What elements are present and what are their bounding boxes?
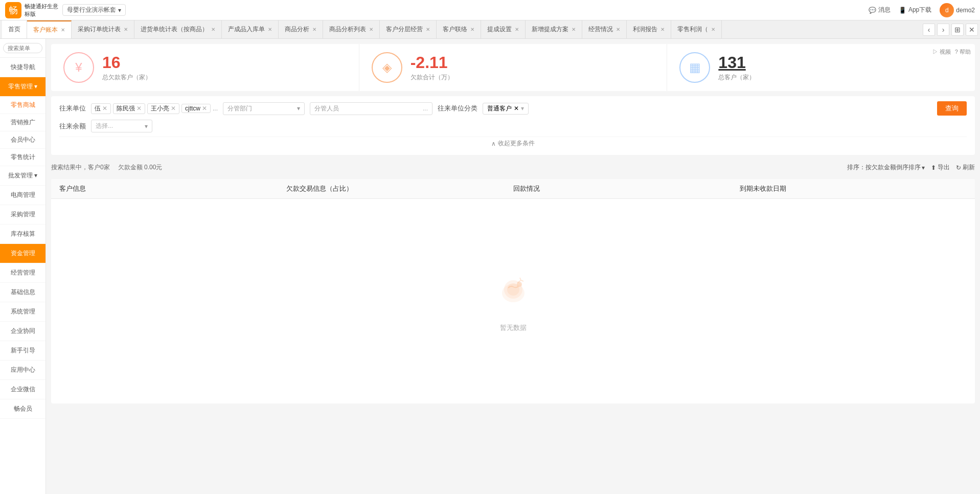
message-btn[interactable]: 💬 消息: [869, 6, 891, 14]
chevron-down-icon: ▾: [521, 105, 524, 112]
dept-label: 分管部门: [227, 104, 252, 113]
sidebar-item-enterprise-wechat[interactable]: 企业微信: [0, 380, 45, 399]
sidebar-item-capital-mgmt[interactable]: 资金管理: [0, 244, 45, 263]
close-icon[interactable]: ✕: [470, 27, 474, 32]
sidebar-item-ecommerce-mgmt[interactable]: 电商管理: [0, 186, 45, 205]
tab-accounts[interactable]: 客户账本 ✕: [27, 20, 72, 39]
tab-customer-contact[interactable]: 客户联络 ✕: [437, 20, 481, 39]
remove-tag-1[interactable]: ✕: [102, 105, 107, 112]
sidebar-item-newbie-guide[interactable]: 新手引导: [0, 341, 45, 361]
filter-tag-3[interactable]: 王小亮 ✕: [147, 103, 179, 114]
chevron-icon: ▾: [34, 83, 37, 90]
sidebar-item-marketing[interactable]: 营销推广: [0, 114, 45, 131]
close-icon[interactable]: ✕: [426, 27, 430, 32]
nav-scroll-right[interactable]: ›: [937, 24, 949, 36]
query-button[interactable]: 查询: [937, 101, 967, 116]
remove-tag-4[interactable]: ✕: [202, 105, 207, 112]
tab-retail-profit[interactable]: 零售利润（ ✕: [671, 20, 722, 39]
sidebar-item-purchase-mgmt[interactable]: 采购管理: [0, 205, 45, 224]
tab-business-status[interactable]: 经营情况 ✕: [582, 20, 627, 39]
filter-tag-2[interactable]: 陈民强 ✕: [113, 103, 145, 114]
remove-tag-3[interactable]: ✕: [171, 105, 176, 112]
stat-icon-2: ◈: [372, 52, 402, 83]
sidebar-item-enterprise-collab[interactable]: 企业协同: [0, 322, 45, 341]
logo-icon: 畅: [5, 2, 21, 18]
remove-classify[interactable]: ✕: [514, 105, 519, 112]
chevron-down-icon: ▾: [297, 105, 300, 112]
refresh-button[interactable]: ↻ 刷新: [956, 163, 975, 172]
tab-purchase-order[interactable]: 采购订单统计表 ✕: [72, 20, 134, 39]
filter-tag-1[interactable]: 伍 ✕: [91, 103, 111, 114]
person-label: 分管人员: [314, 104, 339, 113]
close-icon[interactable]: ✕: [268, 27, 272, 32]
tab-improve-settings[interactable]: 提成设置 ✕: [481, 20, 526, 39]
sidebar-item-basic-info[interactable]: 基础信息: [0, 283, 45, 302]
close-icon[interactable]: ✕: [572, 27, 576, 32]
avatar: d: [940, 3, 954, 17]
table-body: 暂无数据: [51, 199, 975, 403]
close-icon[interactable]: ✕: [660, 27, 665, 32]
tab-profit-report[interactable]: 利润报告 ✕: [627, 20, 671, 39]
video-btn[interactable]: ▷ 视频: [932, 48, 951, 56]
nav-expand[interactable]: ⊞: [951, 24, 964, 36]
sidebar-item-inventory-check[interactable]: 库存核算: [0, 224, 45, 244]
person-dots[interactable]: ...: [423, 105, 428, 112]
sidebar-item-operations-mgmt[interactable]: 经营管理: [0, 263, 45, 283]
export-button[interactable]: ⬆ 导出: [931, 163, 950, 172]
sort-select[interactable]: 排序：按欠款金额倒序排序 ▾: [847, 163, 925, 172]
col-header-4: 到期未收款日期: [740, 184, 967, 193]
sidebar-item-quick-nav[interactable]: 快捷导航: [0, 58, 45, 77]
tab-goods-analysis-list[interactable]: 商品分析列表 ✕: [323, 20, 380, 39]
search-input[interactable]: [3, 43, 42, 53]
accounts-tab-label: 客户账本: [33, 26, 58, 34]
filter-row-1: 往来单位 伍 ✕ 陈民强 ✕ 王小亮 ✕ cjttcw: [59, 101, 967, 116]
nav-tab-controls: ‹ › ⊞ ✕: [923, 24, 978, 36]
sidebar: 快捷导航 零售管理 ▾ 零售商城 营销推广 会员中心 零售统计 批发管理 ▾ 电…: [0, 39, 46, 494]
close-icon[interactable]: ✕: [616, 27, 620, 32]
result-bar: 搜索结果中，客户0家 欠款金额 0.00元 排序：按欠款金额倒序排序 ▾ ⬆ 导…: [51, 160, 975, 175]
app-download-btn[interactable]: 📱 App下载: [899, 6, 931, 14]
tab-production-in[interactable]: 产成品入库单 ✕: [222, 20, 279, 39]
search-result-text: 搜索结果中，客户0家: [51, 163, 110, 172]
close-icon[interactable]: ✕: [515, 27, 519, 32]
help-btn[interactable]: ? 帮助: [955, 48, 971, 56]
user-area[interactable]: d demo2: [940, 3, 975, 17]
sidebar-item-wholesale-mgmt[interactable]: 批发管理 ▾: [0, 166, 45, 186]
collapse-icon: ∧: [491, 140, 496, 147]
data-table: 客户信息 欠款交易信息（占比） 回款情况 到期未收款日期: [51, 179, 975, 403]
sidebar-item-system-mgmt[interactable]: 系统管理: [0, 302, 45, 322]
tab-goods-analysis[interactable]: 商品分析 ✕: [279, 20, 323, 39]
close-icon[interactable]: ✕: [61, 27, 65, 33]
close-icon[interactable]: ✕: [211, 27, 215, 32]
classify-select[interactable]: 普通客户 ✕ ▾: [483, 103, 529, 115]
person-select[interactable]: 分管人员 ...: [310, 102, 432, 115]
filter-area: 往来单位 伍 ✕ 陈民强 ✕ 王小亮 ✕ cjttcw: [51, 96, 975, 155]
sidebar-item-retail-stats[interactable]: 零售统计: [0, 149, 45, 166]
tab-purchase-stats[interactable]: 进货单统计表（按商品） ✕: [134, 20, 222, 39]
sidebar-item-app-center[interactable]: 应用中心: [0, 361, 45, 380]
amount-text: 欠款金额 0.00元: [118, 163, 163, 172]
sidebar-item-retail-mgmt[interactable]: 零售管理 ▾: [0, 77, 45, 97]
nav-close-all[interactable]: ✕: [966, 24, 978, 36]
collapse-row[interactable]: ∧ 收起更多条件: [59, 137, 967, 150]
tab-new-improve[interactable]: 新增提成方案 ✕: [526, 20, 582, 39]
close-icon[interactable]: ✕: [369, 27, 373, 32]
filter-tag-4[interactable]: cjttcw ✕: [181, 104, 211, 113]
sidebar-item-member-center[interactable]: 会员中心: [0, 131, 45, 149]
close-icon[interactable]: ✕: [124, 27, 128, 32]
remove-tag-2[interactable]: ✕: [136, 105, 142, 112]
close-icon[interactable]: ✕: [312, 27, 316, 32]
store-selector[interactable]: 母婴行业演示帐套 ▾: [62, 4, 126, 16]
tab-home[interactable]: 首页: [2, 20, 27, 39]
balance-select[interactable]: 选择... ▾: [91, 120, 152, 132]
close-icon[interactable]: ✕: [711, 27, 715, 32]
stats-row: ¥ 16 总欠款客户（家） ◈ -2.11 欠款合计（万） ▦ 131 总客户（…: [51, 44, 975, 91]
chevron-down-icon: ▾: [145, 123, 148, 130]
nav-scroll-left[interactable]: ‹: [923, 24, 935, 36]
sidebar-item-retail-mall[interactable]: 零售商城: [0, 97, 45, 114]
sidebar-item-vip-member[interactable]: 畅会员: [0, 399, 45, 419]
tab-customer-segment[interactable]: 客户分层经营 ✕: [380, 20, 437, 39]
stat-card-2: ◈ -2.11 欠款合计（万）: [359, 44, 668, 91]
filter-more[interactable]: ...: [213, 105, 218, 112]
dept-select[interactable]: 分管部门 ▾: [223, 102, 305, 115]
